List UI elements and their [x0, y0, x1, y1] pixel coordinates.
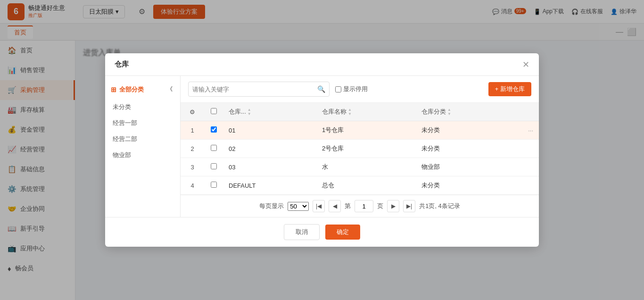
- modal-toolbar: 🔍 显示停用 + 新增仓库: [181, 76, 539, 103]
- table-header-actions: [515, 103, 539, 121]
- row-checkbox[interactable]: [211, 145, 217, 151]
- pagination-bar: 每页显示 102050100 |◀ ◀ 第 页 ▶ ▶| 共1页, 4条记录: [181, 195, 539, 217]
- row-actions[interactable]: [515, 176, 539, 195]
- row-category: 未分类: [416, 140, 515, 158]
- confirm-button[interactable]: 确定: [325, 225, 360, 240]
- table-header-category[interactable]: 仓库分类 ▲ ▼: [416, 103, 515, 121]
- per-page-select[interactable]: 102050100: [288, 202, 309, 211]
- row-checkbox[interactable]: [211, 163, 217, 169]
- modal-action-footer: 取消 确定: [105, 217, 539, 247]
- modal-body: ⊞ 全部分类 《 未分类 经营一部 经营二部 物业部 🔍: [105, 76, 539, 217]
- row-number: 1: [181, 121, 204, 140]
- modal-table-area: 🔍 显示停用 + 新增仓库 ⚙: [181, 76, 539, 217]
- category-item-uncategorized[interactable]: 未分类: [105, 99, 180, 115]
- modal-table: ⚙ 仓库... ▲: [181, 103, 539, 195]
- row-code: 03: [223, 158, 316, 176]
- row-name: 总仓: [316, 176, 416, 195]
- table-row[interactable]: 3 03 水 物业部: [181, 158, 539, 176]
- row-category: 未分类: [416, 121, 515, 140]
- select-all-checkbox[interactable]: [211, 108, 217, 114]
- modal-close-button[interactable]: ✕: [522, 60, 529, 69]
- row-checkbox[interactable]: [211, 126, 217, 133]
- cancel-button[interactable]: 取消: [284, 224, 320, 240]
- code-sort-arrows: ▲ ▼: [248, 108, 251, 116]
- search-icon: 🔍: [317, 85, 325, 93]
- row-number: 3: [181, 158, 204, 176]
- row-code: 01: [223, 121, 316, 140]
- category-item-dept1[interactable]: 经营一部: [105, 115, 180, 131]
- row-actions[interactable]: ···: [515, 121, 539, 140]
- row-name: 水: [316, 158, 416, 176]
- search-input[interactable]: [192, 86, 317, 93]
- row-checkbox-cell[interactable]: [204, 158, 223, 176]
- prev-page-button[interactable]: ◀: [329, 200, 341, 212]
- category-item-property[interactable]: 物业部: [105, 147, 180, 163]
- show-disabled-checkbox[interactable]: [335, 86, 341, 92]
- name-sort-arrows: ▲ ▼: [348, 108, 352, 116]
- show-disabled-wrap: 显示停用: [335, 85, 368, 93]
- row-actions[interactable]: [515, 140, 539, 158]
- row-number: 2: [181, 140, 204, 158]
- row-name: 2号仓库: [316, 140, 416, 158]
- table-header-name[interactable]: 仓库名称 ▲ ▼: [316, 103, 416, 121]
- grid-icon: ⊞: [111, 86, 116, 93]
- category-item-dept2[interactable]: 经营二部: [105, 131, 180, 147]
- page-number-input[interactable]: [355, 200, 373, 212]
- row-checkbox-cell[interactable]: [204, 140, 223, 158]
- row-category: 物业部: [416, 158, 515, 176]
- row-checkbox-cell[interactable]: [204, 176, 223, 195]
- modal-overlay: 仓库 ✕ ⊞ 全部分类 《 未分类 经营一部 经营二部 物业部: [0, 0, 644, 300]
- next-page-button[interactable]: ▶: [387, 200, 399, 212]
- table-row[interactable]: 4 DEFAULT 总仓 未分类: [181, 176, 539, 195]
- table-row[interactable]: 1 01 1号仓库 未分类 ···: [181, 121, 539, 140]
- modal-category-header[interactable]: ⊞ 全部分类 《: [105, 80, 180, 99]
- total-info: 共1页, 4条记录: [419, 202, 460, 210]
- modal-title: 仓库: [115, 60, 129, 69]
- row-actions[interactable]: [515, 158, 539, 176]
- row-code: DEFAULT: [223, 176, 316, 195]
- category-sort-arrows: ▲ ▼: [447, 108, 451, 116]
- table-header-check[interactable]: [204, 103, 223, 121]
- row-number: 4: [181, 176, 204, 195]
- table-header-gear[interactable]: ⚙: [181, 103, 204, 121]
- modal-header: 仓库 ✕: [105, 53, 539, 76]
- row-checkbox[interactable]: [211, 182, 217, 188]
- table-row[interactable]: 2 02 2号仓库 未分类: [181, 140, 539, 158]
- first-page-button[interactable]: |◀: [313, 200, 325, 212]
- table-header-code[interactable]: 仓库... ▲ ▼: [223, 103, 316, 121]
- add-warehouse-button[interactable]: + 新增仓库: [488, 82, 531, 96]
- row-checkbox-cell[interactable]: [204, 121, 223, 140]
- warehouse-modal: 仓库 ✕ ⊞ 全部分类 《 未分类 经营一部 经营二部 物业部: [105, 53, 539, 247]
- search-input-wrap: 🔍: [188, 82, 330, 97]
- row-code: 02: [223, 140, 316, 158]
- row-name: 1号仓库: [316, 121, 416, 140]
- modal-categories-sidebar: ⊞ 全部分类 《 未分类 经营一部 经营二部 物业部: [105, 76, 181, 217]
- collapse-sidebar-button[interactable]: 《: [165, 83, 174, 95]
- last-page-button[interactable]: ▶|: [403, 200, 415, 212]
- row-category: 未分类: [416, 176, 515, 195]
